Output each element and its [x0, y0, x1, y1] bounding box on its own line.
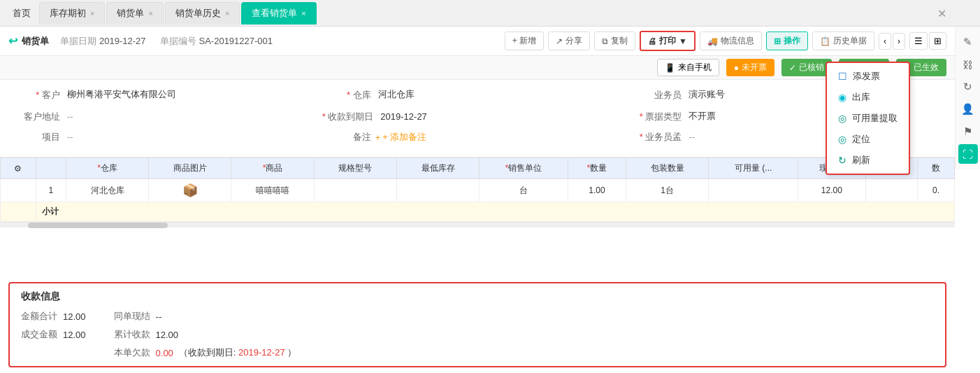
operation-button[interactable]: ⊞ 操作 — [766, 31, 808, 50]
col-sales-unit: *销售单位 — [480, 158, 568, 179]
staff-label: 业务员 — [633, 89, 682, 101]
tab-inventory-init[interactable]: 库存期初 × — [39, 2, 105, 24]
balance-value: 0.00 — [156, 348, 173, 358]
form-section: 客户 柳州粤港平安气体有限公司 仓库 河北仓库 业务员 演示账号 客户地址 -- — [0, 80, 955, 157]
print-icon: 🖨 — [648, 36, 656, 46]
locate-icon: ◎ — [838, 134, 846, 145]
close-tab-inventory[interactable]: × — [90, 9, 94, 17]
check-btn[interactable]: ✓ 已核销 — [781, 59, 832, 76]
warehouse-value: 河北仓库 — [375, 87, 417, 103]
row-spec — [314, 179, 396, 202]
row-product: 嘻嘻嘻嘻 — [231, 179, 314, 202]
grid-view-btn[interactable]: ⊞ — [929, 32, 946, 50]
row-settings — [1, 179, 36, 202]
sidebar-expand-icon[interactable]: ⛶ — [958, 144, 978, 164]
tab-sales-history[interactable]: 销货单历史 × — [165, 2, 240, 24]
refresh-icon: ↻ — [838, 155, 846, 166]
doc-type-label: 销货单 — [22, 35, 49, 48]
logistics-button[interactable]: 🚚 物流信息 — [700, 31, 762, 50]
row-product-img: 📦 — [149, 179, 231, 202]
sidebar-link-icon[interactable]: ⛓ — [958, 55, 978, 74]
header-actions: + 新增 ↗ 分享 ⧉ 复制 🖨 打印 ▼ 🚚 物流信息 — [505, 31, 946, 51]
note-label: 备注 — [322, 131, 371, 143]
payment-info-title: 收款信息 — [21, 290, 934, 303]
sidebar-user-icon[interactable]: 👤 — [958, 99, 978, 119]
available-qty-icon: ◎ — [838, 113, 846, 124]
col-warehouse: *仓库 — [66, 158, 149, 179]
ticket-type-value: 不开票 — [686, 108, 719, 125]
share-button[interactable]: ↗ 分享 — [548, 31, 590, 50]
date-field: 单据日期 2019-12-27 — [60, 35, 146, 48]
sidebar-flag-icon[interactable]: ⚑ — [958, 122, 978, 141]
col-product: *商品 — [231, 158, 314, 179]
add-note-btn[interactable]: + + 添加备注 — [375, 131, 427, 143]
tab-sales-order[interactable]: 销货单 × — [106, 2, 163, 24]
phone-btn[interactable]: 📱 来自手机 — [657, 59, 719, 76]
history-button[interactable]: 📋 历史单据 — [812, 31, 874, 50]
new-button[interactable]: + 新增 — [505, 31, 544, 50]
sidebar-refresh-icon[interactable]: ↻ — [958, 77, 978, 97]
row-current-stock: 12.00 — [798, 179, 865, 202]
row-available — [709, 179, 798, 202]
data-table-container: ⚙ *仓库 商品图片 *商品 规格型号 最低库存 *销售单位 *数量 包装数量 … — [0, 157, 955, 276]
subtotal-label: 小计 — [36, 202, 954, 222]
total-amount-label: 金额合计 — [21, 310, 57, 323]
payment-info-section: 收款信息 金额合计 12.00 成交金额 12.00 同单现结 -- — [8, 282, 946, 367]
payment-col-1: 金额合计 12.00 成交金额 12.00 — [21, 310, 86, 359]
number-label: 单据编号 — [160, 35, 196, 48]
tab-home[interactable]: 首页 — [6, 3, 38, 24]
table-header-row: ⚙ *仓库 商品图片 *商品 规格型号 最低库存 *销售单位 *数量 包装数量 … — [1, 158, 955, 179]
horizontal-scrollbar[interactable] — [0, 222, 955, 227]
close-tab-sales[interactable]: × — [148, 9, 152, 17]
tab-view-sales[interactable]: 查看销货单 × — [241, 2, 316, 24]
print-button[interactable]: 🖨 打印 ▼ — [640, 31, 696, 51]
project-value: -- — [64, 130, 76, 144]
next-arrow[interactable]: › — [893, 33, 905, 50]
sales-staff-label: 业务员孟 — [633, 131, 682, 143]
col-rownum — [36, 158, 66, 179]
copy-icon: ⧉ — [602, 36, 608, 46]
menu-locate[interactable]: ◎ 定位 — [827, 129, 909, 150]
col-settings[interactable]: ⚙ — [1, 158, 36, 179]
logistics-icon: 🚚 — [707, 36, 718, 46]
settings-icon: ⚙ — [14, 164, 22, 174]
row-num: 1 — [36, 179, 66, 202]
invoice-icon: ● — [734, 63, 739, 73]
menu-available-qty[interactable]: ◎ 可用量提取 — [827, 108, 909, 129]
payment-date-label: 收款到期日 — [322, 111, 374, 123]
list-view-btn[interactable]: ☰ — [909, 32, 928, 50]
number-field: 单据编号 SA-20191227-001 — [160, 35, 273, 48]
close-tab-history[interactable]: × — [225, 9, 229, 17]
close-button[interactable]: ✕ — [932, 4, 952, 23]
same-order-value: -- — [156, 311, 162, 322]
prev-arrow[interactable]: ‹ — [879, 33, 891, 50]
menu-outbound[interactable]: ◉ 出库 — [827, 87, 909, 108]
cumulative-value: 12.00 — [156, 330, 179, 340]
subtotal-row: 小计 — [1, 202, 955, 222]
balance-field: 本单欠款 0.00 （收款到期日: 2019-12-27 ） — [114, 346, 297, 359]
menu-add-invoice[interactable]: ☐ 添发票 — [827, 66, 909, 87]
col-spec: 规格型号 — [314, 158, 396, 179]
status-bar: 📱 来自手机 ● 未开票 ✓ 已核销 ✓ 已核销 ✓ 已生效 — [0, 56, 955, 80]
total-amount-field: 金额合计 12.00 — [21, 310, 86, 323]
warehouse-field: 仓库 河北仓库 — [322, 87, 633, 103]
scroll-thumb[interactable] — [28, 223, 168, 228]
col-pack-qty: 包装数量 — [626, 158, 708, 179]
customer-value: 柳州粤港平安气体有限公司 — [64, 87, 179, 103]
form-row-3: 项目 -- 备注 + + 添加备注 业务员孟 -- — [11, 130, 944, 144]
menu-refresh[interactable]: ↻ 刷新 — [827, 150, 909, 171]
staff-value: 演示账号 — [686, 87, 728, 103]
open-btn[interactable]: ● 未开票 — [726, 59, 774, 76]
data-table: ⚙ *仓库 商品图片 *商品 规格型号 最低库存 *销售单位 *数量 包装数量 … — [0, 157, 955, 222]
customer-label: 客户 — [11, 89, 60, 101]
tab-bar: 首页 库存期初 × 销货单 × 销货单历史 × 查看销货单 × — [0, 0, 980, 27]
close-tab-view[interactable]: × — [301, 9, 305, 17]
balance-date: 2019-12-27 — [238, 347, 285, 358]
sidebar-edit-icon[interactable]: ✎ — [958, 32, 978, 52]
note-field: 备注 + + 添加备注 — [322, 131, 633, 143]
table-row: 1 河北仓库 📦 嘻嘻嘻嘻 台 1.00 1台 12.00 0. — [1, 179, 955, 202]
copy-button[interactable]: ⧉ 复制 — [594, 31, 635, 50]
sales-staff-value: -- — [686, 130, 698, 144]
balance-note: （收款到期日: 2019-12-27 ） — [179, 346, 296, 359]
doc-icon: ↩ — [8, 34, 17, 48]
